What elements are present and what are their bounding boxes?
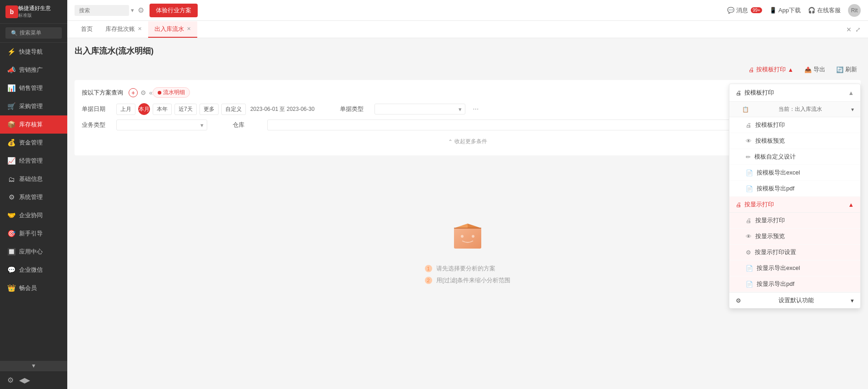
- empty-illustration: [445, 210, 490, 255]
- tab-close-inventory-batch[interactable]: ✕: [138, 26, 142, 32]
- display-print-section: 🖨 按显示打印 ▲ 🖨 按显示打印 👁 按显示预览 ⚙ 按显示打印设置: [729, 197, 860, 292]
- sidebar-item-inventory[interactable]: 📦 库存核算: [0, 115, 67, 134]
- business-type-label: 业务类型: [82, 121, 109, 129]
- filter-add-btn[interactable]: +: [129, 88, 138, 97]
- global-search-input[interactable]: [75, 5, 129, 16]
- set-default-footer[interactable]: ⚙ 设置默认功能 ▾: [729, 292, 860, 308]
- date-btn-this-year[interactable]: 本年: [153, 104, 172, 115]
- empty-tips: 1 请先选择要分析的方案 2 用[过滤]条件来缩小分析范围: [425, 263, 511, 286]
- type-more-btn[interactable]: ···: [473, 105, 479, 113]
- display-settings-icon: ⚙: [746, 249, 751, 256]
- search-menu-item[interactable]: 🔍 搜索菜单: [5, 27, 62, 39]
- sidebar-item-purchase[interactable]: 🛒 采购管理: [0, 97, 67, 115]
- member-icon: 👑: [7, 284, 15, 292]
- user-avatar-area[interactable]: Rit: [848, 4, 861, 17]
- type-select[interactable]: [374, 104, 465, 115]
- display-excel-icon: 📄: [746, 265, 753, 272]
- page-content: 出入库流水(流水明细) 🖨 按模板打印 ▲ 📤 导出 🔄 刷新 按以下方案查询 …: [67, 38, 868, 389]
- sidebar-item-marketing[interactable]: 📣 营销推广: [0, 61, 67, 79]
- template-preview-icon: 👁: [746, 138, 752, 145]
- print-template-btn[interactable]: 🖨 按模板打印 ▲: [745, 64, 797, 75]
- collapse-up-icon: ⌃: [448, 139, 453, 145]
- maximize-tab-btn[interactable]: ⤢: [855, 26, 861, 33]
- date-btn-this-month[interactable]: 本月: [138, 103, 150, 115]
- sidebar-bottom: ⚙ ◀▶: [0, 371, 67, 389]
- filter-settings-icon[interactable]: ⚙: [140, 89, 146, 96]
- display-pdf-icon: 📄: [746, 281, 753, 288]
- display-print-item[interactable]: 🖨 按显示打印: [729, 213, 860, 229]
- topbar-gear-icon[interactable]: ⚙: [138, 6, 144, 15]
- template-export-pdf-item[interactable]: 📄 按模板导出pdf: [729, 181, 860, 197]
- logo-icon: b: [5, 5, 18, 18]
- refresh-btn[interactable]: 🔄 刷新: [833, 64, 861, 75]
- template-arrow: ▾: [851, 106, 854, 113]
- close-tab-btn[interactable]: ✕: [846, 26, 852, 33]
- collapse-sidebar-icon[interactable]: ◀▶: [19, 376, 30, 384]
- settings-gear-icon[interactable]: ⚙: [7, 376, 14, 384]
- business-type-select[interactable]: [116, 120, 207, 130]
- sidebar-nav: ⚡ 快捷导航 📣 营销推广 📊 销售管理 🛒 采购管理 📦 库存核算 💰 资金管…: [0, 43, 67, 361]
- sidebar-item-apps[interactable]: 🔲 应用中心: [0, 243, 67, 261]
- filter-dot: [158, 91, 161, 95]
- app-download-btn[interactable]: 📱 App下载: [769, 6, 801, 15]
- tab-home[interactable]: 首页: [75, 21, 99, 38]
- display-section-arrow-up: ▲: [848, 201, 854, 208]
- tabs-actions: ✕ ⤢: [846, 26, 861, 33]
- display-print-header[interactable]: 🖨 按显示打印 ▲: [729, 197, 860, 213]
- date-btn-last-month[interactable]: 上月: [116, 104, 135, 115]
- print-current-template[interactable]: 📋 当前：出入库流水 ▾: [729, 102, 860, 117]
- sidebar-item-operations[interactable]: 📈 经营管理: [0, 152, 67, 170]
- search-dropdown-icon[interactable]: ▾: [131, 7, 134, 14]
- date-btn-7days[interactable]: 近7天: [175, 104, 197, 115]
- display-print-header-icon: 🖨: [736, 201, 742, 208]
- sidebar-item-wechat[interactable]: 💬 企业微信: [0, 261, 67, 279]
- guide-icon: 🎯: [7, 229, 15, 238]
- display-export-pdf-item[interactable]: 📄 按显示导出pdf: [729, 276, 860, 292]
- footer-arrow: ▾: [851, 297, 854, 304]
- sidebar-search-area[interactable]: 🔍 搜索菜单: [0, 24, 67, 43]
- tab-warehouse-flow[interactable]: 出入库流水 ✕: [148, 21, 197, 38]
- filter-tag-flow[interactable]: 流水明细: [153, 87, 190, 98]
- sidebar-item-member[interactable]: 👑 畅会员: [0, 279, 67, 297]
- date-filter-buttons: 上月 本月 本年 近7天 更多 自定义 2023-06-01 至 2023-06…: [116, 103, 314, 115]
- template-preview-item[interactable]: 👁 按模板预览: [729, 133, 860, 149]
- sidebar-item-system[interactable]: ⚙ 系统管理: [0, 188, 67, 206]
- wechat-icon: 💬: [7, 266, 15, 274]
- filter-collapse-icon[interactable]: «: [149, 89, 153, 96]
- export-btn[interactable]: 📤 导出: [801, 64, 829, 75]
- display-print-settings-item[interactable]: ⚙ 按显示打印设置: [729, 244, 860, 260]
- sidebar-item-sales[interactable]: 📊 销售管理: [0, 79, 67, 97]
- display-preview-item[interactable]: 👁 按显示预览: [729, 229, 860, 244]
- page-title: 出入库流水(流水明细): [75, 45, 861, 56]
- sidebar-item-basic[interactable]: 🗂 基础信息: [0, 170, 67, 188]
- svg-rect-0: [454, 228, 481, 249]
- print-icon: 🖨: [748, 66, 754, 73]
- tab-close-warehouse-flow[interactable]: ✕: [187, 26, 191, 32]
- print-header-icon: 🖨: [736, 90, 742, 96]
- date-field-label: 单据日期: [82, 105, 109, 113]
- sidebar-item-enterprise[interactable]: 🤝 企业协同: [0, 206, 67, 224]
- filter-label: 按以下方案查询: [82, 89, 123, 97]
- purchase-icon: 🛒: [7, 102, 15, 110]
- tab-inventory-batch[interactable]: 库存批次账 ✕: [99, 21, 148, 38]
- message-btn[interactable]: 💬 消息 99+: [727, 6, 762, 15]
- sidebar-item-finance[interactable]: 💰 资金管理: [0, 134, 67, 152]
- sidebar-scroll-down[interactable]: ▼: [0, 361, 67, 371]
- template-print-item[interactable]: 🖨 按模板打印: [729, 117, 860, 133]
- template-export-excel-item[interactable]: 📄 按模板导出excel: [729, 165, 860, 181]
- date-btn-custom[interactable]: 自定义: [221, 104, 246, 115]
- template-custom-item[interactable]: ✏ 模板自定义设计: [729, 149, 860, 165]
- date-btn-more[interactable]: 更多: [200, 104, 219, 115]
- sidebar-item-quick-nav[interactable]: ⚡ 快捷导航: [0, 43, 67, 61]
- template-excel-icon: 📄: [746, 170, 753, 176]
- template-icon: 📋: [742, 106, 749, 113]
- system-icon: ⚙: [7, 193, 15, 201]
- solution-btn[interactable]: 体验行业方案: [150, 4, 198, 17]
- print-dropdown-header[interactable]: 🖨 按模板打印 ▲: [729, 84, 860, 102]
- print-header-left: 🖨 按模板打印: [736, 89, 774, 97]
- display-export-excel-item[interactable]: 📄 按显示导出excel: [729, 260, 860, 276]
- online-service-btn[interactable]: 🎧 在线客服: [808, 6, 841, 15]
- print-dropdown-panel: 🖨 按模板打印 ▲ 📋 当前：出入库流水 ▾ 🖨 按模板打印 👁 按: [729, 84, 861, 309]
- settings-default-icon: ⚙: [736, 297, 741, 304]
- sidebar-item-guide[interactable]: 🎯 新手引导: [0, 224, 67, 243]
